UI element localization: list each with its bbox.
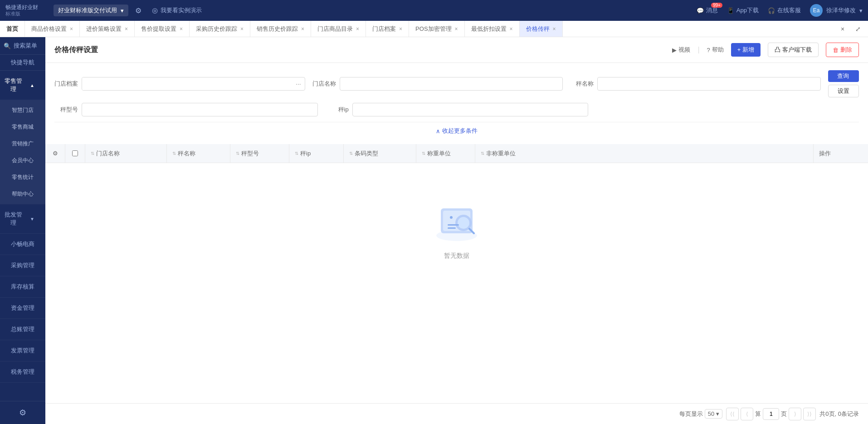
sidebar-item-wholesale[interactable]: 批发管理 ▼ xyxy=(0,204,45,234)
main-layout: 🔍 搜索菜单 快捷导航 零售管理 ▲ 智慧门店 零售商城 营销推广 会员中心 零… xyxy=(0,37,868,424)
empty-icon xyxy=(429,199,484,245)
version-select[interactable]: 好业财标准版交付试用 ▾ xyxy=(54,5,128,16)
app-download-button[interactable]: 📱 App下载 xyxy=(727,6,759,14)
tab-sale-history[interactable]: 销售历史价跟踪 × xyxy=(250,21,311,37)
th-gear[interactable]: ⚙ xyxy=(45,144,65,163)
prev-page-button[interactable]: ⟨ xyxy=(741,408,753,420)
demo-link[interactable]: ◎ 我要看实例演示 xyxy=(152,6,202,14)
help-link[interactable]: ? 帮助 xyxy=(707,46,724,54)
search-form: 门店档案 ··· 门店名称 秤名称 xyxy=(45,63,868,144)
th-barcode-type: ⇅ 条码类型 xyxy=(344,144,416,163)
sidebar-item-member-center[interactable]: 会员中心 xyxy=(0,152,45,169)
video-link[interactable]: ▶ 视频 xyxy=(672,46,690,54)
settings-icon[interactable]: ⚙ xyxy=(132,4,145,17)
next-page-button[interactable]: ⟩ xyxy=(789,408,801,420)
sidebar-item-xiaochangec[interactable]: 小畅电商 xyxy=(0,234,45,255)
tab-min-discount[interactable]: 最低折扣设置 × xyxy=(465,21,520,37)
th-scale-name: ⇅ 秤名称 xyxy=(167,144,230,163)
sidebar-item-help-center[interactable]: 帮助中心 xyxy=(0,186,45,202)
svg-point-4 xyxy=(458,217,469,229)
scale-ip-input[interactable] xyxy=(352,103,589,116)
scale-name-input[interactable] xyxy=(597,77,821,91)
empty-state: 暂无数据 xyxy=(45,163,868,296)
sidebar-item-marketing[interactable]: 营销推广 xyxy=(0,135,45,152)
arrow-down-icon: ▼ xyxy=(23,217,42,222)
tab-home[interactable]: 首页 xyxy=(0,21,25,37)
tab-close-min-discount[interactable]: × xyxy=(510,26,513,32)
user-profile-button[interactable]: Ea 徐泽华修改 ▾ xyxy=(810,4,863,17)
svg-rect-8 xyxy=(448,227,456,229)
online-service-button[interactable]: 🎧 在线客服 xyxy=(768,6,801,14)
check-all[interactable] xyxy=(72,150,78,156)
scale-model-label: 秤型号 xyxy=(54,106,78,114)
query-button[interactable]: 查询 xyxy=(828,70,859,82)
tab-close-price-setting[interactable]: × xyxy=(70,26,73,32)
avatar: Ea xyxy=(810,4,823,17)
tab-sale-price[interactable]: 售价提取设置 × xyxy=(135,21,190,37)
sidebar-item-invoice[interactable]: 发票管理 xyxy=(0,340,45,361)
sidebar-settings-icon[interactable]: ⚙ xyxy=(0,401,45,424)
sidebar-item-tax[interactable]: 税务管理 xyxy=(0,361,45,383)
tab-close-store-catalog[interactable]: × xyxy=(356,26,359,32)
sidebar-item-smart-store[interactable]: 智慧门店 xyxy=(0,102,45,119)
sidebar-item-retail-management[interactable]: 零售管理 ▲ xyxy=(0,71,45,100)
page-size-selector: 每页显示 50 ▾ xyxy=(679,409,722,419)
first-page-button[interactable]: ⟨⟨ xyxy=(726,408,739,420)
delete-icon: 🗑 xyxy=(833,47,839,53)
chevron-up-icon: ∧ xyxy=(436,128,440,135)
sidebar: 🔍 搜索菜单 快捷导航 零售管理 ▲ 智慧门店 零售商城 营销推广 会员中心 零… xyxy=(0,37,45,424)
tab-close-sale-price[interactable]: × xyxy=(180,26,183,32)
tab-expand-button[interactable]: ⤢ xyxy=(852,23,864,35)
sidebar-item-retail-mall[interactable]: 零售商城 xyxy=(0,119,45,135)
app-logo: 畅捷通好业财 标准版 xyxy=(5,4,46,17)
ellipsis-icon[interactable]: ··· xyxy=(292,80,305,87)
tab-purchase-strategy[interactable]: 进价策略设置 × xyxy=(80,21,135,37)
tab-price-setting[interactable]: 商品价格设置 × xyxy=(25,21,80,37)
sidebar-item-finance[interactable]: 资金管理 xyxy=(0,298,45,319)
help-icon: ? xyxy=(707,47,710,53)
sidebar-item-inventory[interactable]: 库存核算 xyxy=(0,276,45,298)
delete-button[interactable]: 🗑 删除 xyxy=(826,43,859,57)
th-scale-model: ⇅ 秤型号 xyxy=(230,144,289,163)
page-size-select-box[interactable]: 50 ▾ xyxy=(705,409,722,419)
store-name-input[interactable] xyxy=(340,77,563,91)
last-page-button[interactable]: ⟩⟩ xyxy=(803,408,816,420)
sidebar-item-retail-stats[interactable]: 零售统计 xyxy=(0,169,45,186)
page-number-input[interactable] xyxy=(763,408,779,420)
tab-purchase-history[interactable]: 采购历史价跟踪 × xyxy=(190,21,250,37)
tab-close-purchase-strategy[interactable]: × xyxy=(125,26,128,32)
tab-close-sale-history[interactable]: × xyxy=(301,26,304,32)
sidebar-search[interactable]: 🔍 搜索菜单 xyxy=(0,37,45,55)
tab-store-catalog[interactable]: 门店商品目录 × xyxy=(311,21,366,37)
th-weight-unit: ⇅ 称重单位 xyxy=(416,144,475,163)
form-field-scale-model: 秤型号 xyxy=(54,103,318,116)
form-row-2: 秤型号 秤ip xyxy=(54,103,859,116)
content-area: 价格传秤设置 ▶ 视频 | ? 帮助 + 新增 凸 客户端下载 xyxy=(45,37,868,424)
scale-model-input[interactable] xyxy=(82,103,318,116)
download-icon: 📱 xyxy=(727,7,734,14)
th-check[interactable] xyxy=(65,144,85,163)
tab-close-all-button[interactable]: × xyxy=(836,23,849,35)
sidebar-quick-nav[interactable]: 快捷导航 xyxy=(0,55,45,71)
collapse-button[interactable]: ∧ 收起更多条件 xyxy=(54,122,859,137)
sort-icon: ⇅ xyxy=(236,151,239,156)
tab-close-store-profile[interactable]: × xyxy=(399,26,402,32)
tab-pos-management[interactable]: POS加密管理 × xyxy=(409,21,464,37)
messages-button[interactable]: 💬 消息 99+ xyxy=(697,6,718,14)
sidebar-item-general-ledger[interactable]: 总账管理 xyxy=(0,319,45,340)
tab-close-price-scale[interactable]: × xyxy=(553,26,556,32)
th-store-name: ⇅ 门店名称 xyxy=(85,144,167,163)
sidebar-retail-submenu: 智慧门店 零售商城 营销推广 会员中心 零售统计 帮助中心 xyxy=(0,100,45,204)
download-button[interactable]: 凸 客户端下载 xyxy=(768,43,819,57)
store-profile-input[interactable] xyxy=(82,77,292,91)
settings-button[interactable]: 设置 xyxy=(828,85,859,97)
tab-store-profile[interactable]: 门店档案 × xyxy=(366,21,409,37)
tab-price-scale[interactable]: 价格传秤 × xyxy=(520,21,563,37)
sidebar-item-purchase[interactable]: 采购管理 xyxy=(0,255,45,276)
gear-icon: ⚙ xyxy=(53,150,58,157)
sort-icon: ⇅ xyxy=(172,151,176,156)
tab-close-purchase-history[interactable]: × xyxy=(240,26,244,32)
table-container: ⚙ ⇅ 门店名称 ⇅ 秤名称 ⇅ 秤型号 ⇅ xyxy=(45,144,868,403)
tab-close-pos[interactable]: × xyxy=(455,26,458,32)
add-button[interactable]: + 新增 xyxy=(731,43,761,57)
